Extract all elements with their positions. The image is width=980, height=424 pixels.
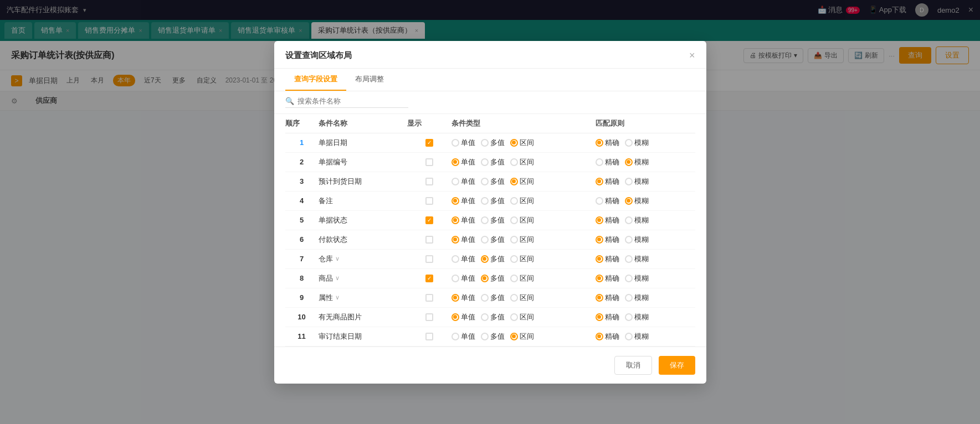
search-input[interactable] [297, 97, 408, 105]
dialog-tab-layout[interactable]: 布局调整 [346, 69, 393, 91]
search-underline: 🔍 [285, 97, 408, 108]
dialog-tab-fields[interactable]: 查询字段设置 [285, 69, 346, 91]
dialog-tabs: 查询字段设置 布局调整 [274, 69, 706, 91]
dialog-header: 设置查询区域布局 × [274, 41, 706, 69]
dialog-title: 设置查询区域布局 [285, 50, 352, 61]
search-icon: 🔍 [285, 97, 294, 105]
dialog-close-btn[interactable]: × [689, 50, 695, 61]
modal-overlay: 设置查询区域布局 × 查询字段设置 布局调整 🔍 顺序 条件名称 [0, 0, 980, 111]
settings-dialog: 设置查询区域布局 × 查询字段设置 布局调整 🔍 顺序 条件名称 [274, 41, 706, 111]
dialog-search-area: 🔍 [274, 91, 706, 111]
